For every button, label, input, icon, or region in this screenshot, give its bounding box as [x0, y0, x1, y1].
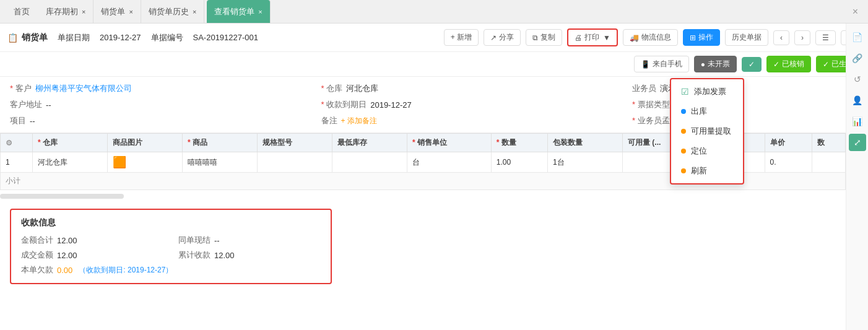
dropdown-locate[interactable]: 定位 — [671, 141, 743, 161]
col-amount: 数 — [812, 134, 845, 152]
warehouse-label: 仓库 — [321, 83, 343, 94]
amount-value: 12.00 — [57, 236, 77, 245]
dropdown-refresh[interactable]: 刷新 — [671, 161, 743, 181]
col-min-stock: 最低库存 — [332, 134, 407, 152]
col-image: 商品图片 — [108, 134, 183, 152]
check2-icon: ✓ — [773, 60, 779, 69]
owe-label: 本单欠款 — [21, 264, 53, 276]
remark-label: 备注 — [321, 115, 337, 126]
payment-title: 收款信息 — [21, 217, 321, 228]
tab-sales-history[interactable]: 销货单历史 × — [141, 0, 204, 23]
share-button[interactable]: ↗ 分享 — [484, 29, 521, 46]
logistics-button[interactable]: 🚚 物流信息 — [623, 29, 678, 46]
action-bar: 📱 来自手机 ● 未开票 ✓ ✓ 已核销 ✓ 已生效 — [0, 52, 868, 77]
col-product: 商品 — [183, 134, 258, 152]
blue-dot-icon — [681, 109, 686, 114]
ticket-label: 票据类型 — [632, 99, 670, 110]
amount-label: 金额合计 — [21, 235, 53, 246]
date-value: 2019-12-27 — [100, 33, 141, 42]
doc-header: 📋 销货单 单据日期 2019-12-27 单据编号 SA-20191227-0… — [0, 24, 868, 52]
sidebar-icon-user[interactable]: 👤 — [849, 92, 866, 109]
orange-dot-icon-2 — [681, 149, 686, 154]
print-button[interactable]: 🖨 打印 ▼ — [567, 28, 618, 46]
dropdown-available-extract-label: 可用量提取 — [691, 126, 731, 137]
tab-close-view-sales[interactable]: × — [258, 8, 262, 15]
row-amount — [812, 152, 845, 173]
check3-icon: ✓ — [823, 60, 829, 69]
tab-close-all[interactable]: × — [848, 6, 863, 17]
copy-icon: ⧉ — [532, 33, 538, 42]
from-phone-button[interactable]: 📱 来自手机 — [634, 56, 689, 72]
col-qty: 数量 — [491, 134, 547, 152]
remark-add-button[interactable]: + 添加备注 — [341, 116, 377, 126]
dropdown-locate-label: 定位 — [691, 145, 707, 157]
sidebar-icon-chart[interactable]: 📊 — [849, 113, 866, 130]
settings-icon[interactable]: ⚙ — [6, 139, 12, 147]
col-settings: ⚙ — [1, 134, 33, 152]
due-date-row: 收款到期日 2019-12-27 — [321, 99, 623, 110]
history-button[interactable]: 历史单据 — [725, 29, 768, 46]
address-label: 客户地址 — [10, 99, 42, 110]
same-order-row: 同单现结 -- — [178, 235, 321, 246]
tab-close-sales-history[interactable]: × — [193, 8, 196, 15]
toolbar: + 新增 ↗ 分享 ⧉ 复制 🖨 打印 ▼ 🚚 物流信息 — [444, 28, 861, 46]
date-label: 单据日期 — [58, 32, 90, 43]
operation-button[interactable]: ⊞ 操作 — [683, 29, 720, 46]
sidebar-icon-link[interactable]: 🔗 — [849, 50, 866, 67]
next-button[interactable]: › — [794, 30, 810, 45]
row-qty: 1.00 — [491, 152, 547, 173]
address-value: -- — [46, 100, 51, 110]
dropdown-outbound-label: 出库 — [691, 106, 707, 117]
row-min-stock — [332, 152, 407, 173]
tab-inventory[interactable]: 库存期初 × — [38, 0, 93, 23]
due-date-value: 2019-12-27 — [370, 100, 412, 110]
dropdown-outbound[interactable]: 出库 — [671, 102, 743, 121]
amount-row: 金额合计 12.00 — [21, 235, 163, 246]
ticket-icon: ● — [701, 60, 705, 69]
tab-view-sales[interactable]: 查看销货单 × — [207, 0, 270, 23]
orange-dot-icon-1 — [681, 129, 686, 134]
grid-view-button[interactable]: ☰ — [815, 30, 836, 45]
due-date-label: 收款到期日 — [321, 99, 367, 110]
tab-close-sales[interactable]: × — [129, 8, 132, 15]
orange-dot-icon-3 — [681, 168, 686, 173]
not-opened-button[interactable]: ● 未开票 — [694, 56, 737, 72]
row-image: 🟧 — [108, 152, 183, 173]
dropdown-available-extract[interactable]: 可用量提取 — [671, 121, 743, 141]
ticket-row: 票据类型 不开票 — [632, 99, 858, 110]
project-row: 项目 -- — [10, 115, 311, 126]
copy-button[interactable]: ⧉ 复制 — [526, 29, 562, 46]
sidebar-icon-expand[interactable]: ⤢ — [849, 134, 866, 151]
print-dropdown-arrow: ▼ — [603, 33, 610, 42]
tab-home-label: 首页 — [14, 7, 30, 16]
sidebar-icon-doc[interactable]: 📄 — [849, 28, 866, 46]
check-button[interactable]: ✓ — [742, 57, 762, 72]
salesman-label: 业务员孟 — [632, 115, 670, 126]
tab-close-inventory[interactable]: × — [82, 8, 85, 15]
sold-button[interactable]: ✓ 已核销 — [766, 56, 811, 72]
new-button[interactable]: + 新增 — [444, 29, 479, 46]
row-warehouse: 河北仓库 — [33, 152, 108, 173]
col-spec: 规格型号 — [258, 134, 332, 152]
dropdown-add-invoice[interactable]: ☑ 添加发票 — [671, 82, 743, 102]
checkbox-icon: ☑ — [681, 87, 689, 97]
dropdown-add-invoice-label: 添加发票 — [694, 86, 726, 97]
due-date-text: （收款到期日: 2019-12-27） — [79, 265, 173, 276]
prev-button[interactable]: ‹ — [773, 30, 789, 45]
warehouse-row: 仓库 河北仓库 — [321, 83, 623, 94]
horizontal-scrollbar[interactable] — [0, 194, 124, 199]
tab-home[interactable]: 首页 — [5, 6, 38, 17]
dropdown-overlay: ☑ 添加发票 出库 可用量提取 定位 刷新 — [670, 78, 744, 185]
row-no: 1 — [1, 152, 33, 173]
customer-value[interactable]: 柳州粤港平安气体有限公司 — [35, 83, 132, 94]
tab-sales[interactable]: 销货单 × — [93, 0, 141, 23]
sidebar-icon-refresh[interactable]: ↺ — [849, 71, 866, 88]
phone-icon: 📱 — [641, 60, 650, 69]
payment-section: 收款信息 金额合计 12.00 同单现结 -- 成交金额 12.00 累计收款 … — [10, 209, 332, 284]
right-sidebar: 📄 🔗 ↺ 👤 📊 ⤢ — [846, 24, 868, 330]
salesman-row: 业务员孟 -- — [632, 115, 858, 126]
doc-meta: 单据日期 2019-12-27 单据编号 SA-20191227-001 — [58, 32, 258, 43]
dropdown-menu: ☑ 添加发票 出库 可用量提取 定位 刷新 — [670, 78, 744, 185]
deal-amount-label: 成交金额 — [21, 250, 53, 261]
share-icon: ↗ — [490, 33, 497, 42]
